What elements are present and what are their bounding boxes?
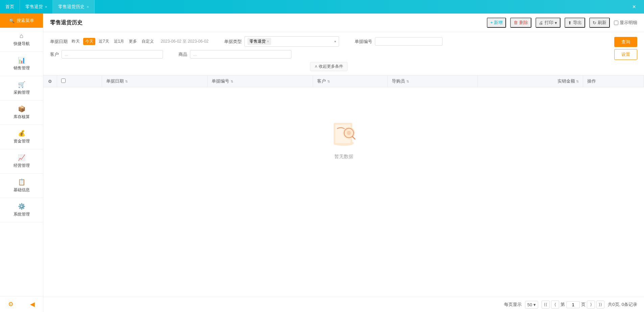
doc-type-select[interactable]: 零售退货 × ▾ xyxy=(244,36,339,47)
table-col-amount: 实销金额 ⇅ xyxy=(478,75,583,87)
sidebar-item-finance[interactable]: 💰 资金管理 xyxy=(0,125,43,149)
refresh-label: 刷新 xyxy=(598,20,606,26)
customer-input[interactable] xyxy=(62,50,163,59)
page-size-select[interactable]: 50 ▾ xyxy=(525,301,538,309)
table-col-guide: 导购员 ⇅ xyxy=(387,75,477,87)
sidebar-item-purchase[interactable]: 🛒 采购管理 xyxy=(0,76,43,101)
show-detail-input[interactable] xyxy=(614,21,618,25)
doc-no-input[interactable] xyxy=(375,37,443,46)
col-amount-sort-icon[interactable]: ⇅ xyxy=(576,80,579,83)
main-layout: 🔍 搜索菜单 ⌂ 快捷导航 📊 销售管理 🛒 采购管理 📦 库存核算 💰 资金管… xyxy=(0,14,644,312)
print-button[interactable]: 🖨 打印 ▾ xyxy=(535,18,560,28)
page-nav: ⟨⟨ ⟨ 第 1 页 ⟩ ⟩⟩ xyxy=(542,300,604,309)
tab-retail-return-close[interactable]: × xyxy=(45,5,47,9)
page-label: 第 xyxy=(560,302,565,308)
first-page-button[interactable]: ⟨⟨ xyxy=(542,300,550,309)
sidebar-search-label: 搜索菜单 xyxy=(17,18,34,24)
last-page-button[interactable]: ⟩⟩ xyxy=(596,300,604,309)
col-doc-no-label: 单据编号 xyxy=(212,79,229,84)
filter-actions: 查询 设置 xyxy=(614,36,637,60)
table-col-date: 单据日期 ⇅ xyxy=(102,75,208,87)
goods-label: 商品 xyxy=(178,51,187,58)
col-customer-sort-icon[interactable]: ⇅ xyxy=(327,80,330,83)
new-button[interactable]: + 新增 xyxy=(487,18,506,28)
sidebar-item-sales[interactable]: 📊 销售管理 xyxy=(0,52,43,76)
prev-page-button[interactable]: ⟨ xyxy=(551,300,559,309)
export-icon: ⬆ xyxy=(568,20,572,25)
col-amount-label: 实销金额 xyxy=(557,79,575,84)
col-action-label: 操作 xyxy=(587,79,596,84)
next-page-button[interactable]: ⟩ xyxy=(587,300,595,309)
filter-doc-type: 单据类型 零售退货 × ▾ xyxy=(224,36,339,47)
sidebar-item-quick-nav[interactable]: ⌂ 快捷导航 xyxy=(0,28,43,52)
sidebar-search[interactable]: 🔍 搜索菜单 xyxy=(0,14,43,28)
date-range-display: 2023-06-02 至 2023-06-02 xyxy=(161,39,208,44)
table-checkbox-header[interactable] xyxy=(57,75,102,87)
date-opt-7days[interactable]: 近7天 xyxy=(97,38,111,45)
doc-type-tag-close[interactable]: × xyxy=(267,40,269,43)
tab-retail-return-history[interactable]: 零售退货历史 × xyxy=(53,0,94,14)
sidebar-item-quick-nav-label: 快捷导航 xyxy=(14,41,30,47)
finance-icon: 💰 xyxy=(18,130,25,137)
doc-type-tag: 零售退货 × xyxy=(247,38,271,45)
filter-doc-no: 单据编号 xyxy=(355,37,443,46)
home-icon: ⌂ xyxy=(20,32,23,40)
page-size-arrow-icon: ▾ xyxy=(533,302,536,307)
sidebar-item-operations[interactable]: 📈 经营管理 xyxy=(0,149,43,174)
query-button[interactable]: 查询 xyxy=(614,37,637,47)
empty-icon xyxy=(327,114,361,148)
tab-home-label: 首页 xyxy=(5,4,14,10)
date-opt-today[interactable]: 今天 xyxy=(83,38,95,45)
filter-section: 单据日期 昨天 今天 近7天 近1月 更多 自定义 2023-06-02 至 2… xyxy=(50,36,637,71)
table-header: ⚙ 单据日期 ⇅ 单据编号 ⇅ 客户 ⇅ xyxy=(43,75,644,87)
doc-type-arrow-icon: ▾ xyxy=(334,40,336,43)
basic-info-icon: 📋 xyxy=(18,178,25,186)
doc-type-tag-value: 零售退货 xyxy=(249,39,266,44)
date-options: 昨天 今天 近7天 近1月 更多 自定义 xyxy=(70,38,155,45)
tab-home[interactable]: 首页 xyxy=(0,0,20,14)
set-button[interactable]: 设置 xyxy=(614,49,637,60)
table-settings-header[interactable]: ⚙ xyxy=(43,75,57,87)
data-table: ⚙ 单据日期 ⇅ 单据编号 ⇅ 客户 ⇅ xyxy=(43,75,644,87)
filter-row-1: 单据日期 昨天 今天 近7天 近1月 更多 自定义 2023-06-02 至 2… xyxy=(50,36,607,47)
empty-state: 暂无数据 xyxy=(43,87,644,187)
sidebar-item-basic-info[interactable]: 📋 基础信息 xyxy=(0,174,43,198)
col-doc-no-sort-icon[interactable]: ⇅ xyxy=(231,80,233,83)
filter-area: 单据日期 昨天 今天 近7天 近1月 更多 自定义 2023-06-02 至 2… xyxy=(43,32,644,75)
tab-retail-return-label: 零售退货 xyxy=(25,4,43,10)
export-button[interactable]: ⬆ 导出 xyxy=(565,18,585,28)
tab-retail-return-history-close[interactable]: × xyxy=(87,5,89,9)
footer-bar: 每页显示 50 ▾ ⟨⟨ ⟨ 第 1 页 ⟩ ⟩⟩ 共0页, 0条记录 xyxy=(43,297,644,312)
col-guide-sort-icon[interactable]: ⇅ xyxy=(406,80,409,83)
operations-icon: 📈 xyxy=(18,154,25,161)
sidebar-item-inventory[interactable]: 📦 库存核算 xyxy=(0,101,43,125)
sidebar-item-inventory-label: 库存核算 xyxy=(14,114,30,120)
page-size-label: 每页显示 xyxy=(504,302,522,308)
select-all-checkbox[interactable] xyxy=(61,79,66,83)
export-label: 导出 xyxy=(573,20,582,26)
sidebar-item-finance-label: 资金管理 xyxy=(14,138,30,144)
col-date-sort-icon[interactable]: ⇅ xyxy=(125,80,128,83)
tab-retail-return[interactable]: 零售退货 × xyxy=(20,0,53,14)
delete-button[interactable]: 🗑 删除 xyxy=(510,18,531,28)
date-opt-yesterday[interactable]: 昨天 xyxy=(70,38,81,45)
date-opt-more[interactable]: 更多 xyxy=(127,38,138,45)
sidebar-item-system[interactable]: ⚙️ 系统管理 xyxy=(0,198,43,222)
collapse-sidebar-icon[interactable]: ◀ xyxy=(30,300,35,308)
filter-main: 单据日期 昨天 今天 近7天 近1月 更多 自定义 2023-06-02 至 2… xyxy=(50,36,607,71)
goods-input[interactable] xyxy=(190,50,291,59)
window-close-button[interactable]: × xyxy=(629,3,639,10)
page-input[interactable]: 1 xyxy=(566,301,580,308)
print-icon: 🖨 xyxy=(539,20,543,25)
date-opt-1month[interactable]: 近1月 xyxy=(113,38,126,45)
settings-bottom-icon[interactable]: ⚙ xyxy=(8,300,14,308)
collapse-button[interactable]: ∧ 收起更多条件 xyxy=(310,62,348,71)
filter-goods: 商品 xyxy=(178,50,291,59)
date-filter-label: 单据日期 xyxy=(50,39,68,45)
show-detail-checkbox[interactable]: 显示明细 xyxy=(614,20,637,26)
empty-text: 暂无数据 xyxy=(334,154,353,160)
refresh-button[interactable]: ↻ 刷新 xyxy=(589,18,610,28)
sidebar-bottom: ⚙ ◀ xyxy=(0,296,43,312)
table-col-customer: 客户 ⇅ xyxy=(313,75,388,87)
date-opt-custom[interactable]: 自定义 xyxy=(140,38,155,45)
